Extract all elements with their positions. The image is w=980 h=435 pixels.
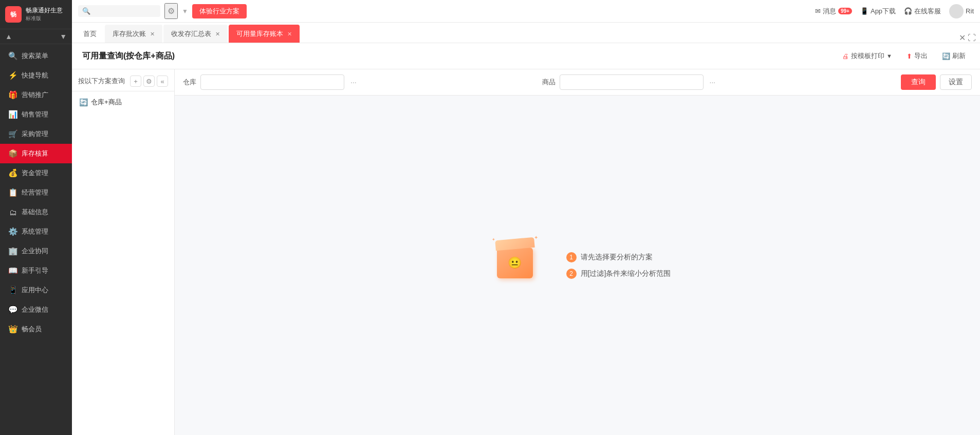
tab-available-inventory[interactable]: 可用量库存账本 ✕ [229,25,300,43]
sidebar-item-enterprise[interactable]: 🏢 企业协同 [0,241,72,261]
sidebar-item-sales[interactable]: 📊 销售管理 [0,105,72,124]
tab-home[interactable]: 首页 [76,25,104,43]
empty-hint-1-text: 请先选择要分析的方案 [581,253,653,262]
sidebar-item-finance[interactable]: 💰 资金管理 [0,163,72,183]
message-btn[interactable]: ✉ 消息 99+ [815,7,852,16]
app-download-label: App下载 [871,7,896,16]
scheme-item-icon: 🔄 [79,98,88,106]
page-header: 可用量查询(按仓库+商品) 🖨 按模板打印 ▼ ⬆ 导出 🔄 刷新 [72,43,980,69]
scheme-item-warehouse-product[interactable]: 🔄 仓库+商品 [72,93,174,111]
sidebar-item-purchase[interactable]: 🛒 采购管理 [0,124,72,144]
user-avatar-area[interactable]: Rit [949,4,974,18]
guide-icon: 📖 [8,266,17,275]
sidebar-scroll-up[interactable]: ▲ [4,31,13,42]
filter-settings-btn[interactable]: 设置 [940,74,972,90]
sparkle: ✦ [534,235,538,240]
scheme-item-label: 仓库+商品 [91,98,122,107]
page-header-actions: 🖨 按模板打印 ▼ ⬆ 导出 🔄 刷新 [838,49,970,63]
topbar-gear-button[interactable]: ⚙ [164,3,178,19]
filter-bar: 仓库 ··· 商品 ··· 查询 设置 [175,69,980,96]
sidebar-item-inventory[interactable]: 📦 库存核算 [0,144,72,163]
inventory-icon: 📦 [8,149,17,158]
refresh-icon: 🔄 [942,52,950,60]
warehouse-filter-input[interactable] [200,74,344,90]
sparkle2: ✦ [492,237,495,242]
left-panel: 按以下方案查询 + ⚙ « 🔄 仓库+商品 [72,69,175,435]
refresh-label: 刷新 [952,51,966,61]
left-panel-header: 按以下方案查询 + ⚙ « [72,75,174,91]
tab-batch-account-close[interactable]: ✕ [150,31,155,37]
export-btn[interactable]: ⬆ 导出 [902,49,932,63]
tab-batch-account[interactable]: 库存批次账 ✕ [105,25,162,43]
sidebar-item-label: 资金管理 [22,168,48,178]
add-scheme-btn[interactable]: + [130,75,141,87]
tab-available-inventory-label: 可用量库存账本 [236,29,283,39]
product-filter-input[interactable] [560,74,704,90]
search-icon: 🔍 [82,7,90,15]
tab-deposit-summary[interactable]: 收发存汇总表 ✕ [163,25,228,43]
warehouse-filter-dots[interactable]: ··· [348,78,359,86]
sidebar-item-marketing[interactable]: 🎁 营销推广 [0,85,72,105]
tab-available-inventory-close[interactable]: ✕ [287,31,292,37]
export-label: 导出 [914,51,928,61]
print-label: 按模板打印 [851,51,884,61]
print-icon: 🖨 [842,52,849,60]
topbar-search-area: 🔍 [78,5,160,17]
app-center-icon: 📱 [8,286,17,295]
sidebar-item-guide[interactable]: 📖 新手引导 [0,261,72,280]
left-panel-actions: + ⚙ « [130,75,168,87]
main-area: 🔍 ⚙ ▼ 体验行业方案 ✉ 消息 99+ 📱 App下载 🎧 在线客服 [72,0,980,435]
sidebar-item-vip[interactable]: 👑 畅会员 [0,319,72,339]
collapse-panel-btn[interactable]: « [157,75,168,87]
scheme-settings-btn[interactable]: ⚙ [143,75,155,87]
online-service-btn[interactable]: 🎧 在线客服 [904,7,941,16]
print-btn[interactable]: 🖨 按模板打印 ▼ [838,49,896,63]
content-area: 按以下方案查询 + ⚙ « 🔄 仓库+商品 仓库 ··· [72,69,980,435]
tab-deposit-summary-label: 收发存汇总表 [171,29,211,39]
warehouse-filter-label: 仓库 [183,78,196,87]
tab-batch-account-label: 库存批次账 [113,29,146,39]
tab-deposit-summary-close[interactable]: ✕ [215,31,220,37]
sidebar-nav: 🔍 搜索菜单 ⚡ 快捷导航 🎁 营销推广 📊 销售管理 🛒 采购管理 📦 库存核… [0,44,72,435]
query-btn[interactable]: 查询 [901,74,936,90]
empty-hint-2-text: 用[过滤]条件来缩小分析范围 [581,269,671,278]
operations-icon: 📋 [8,188,17,197]
sidebar-item-label: 畅会员 [22,325,42,334]
sidebar-item-label: 企业协同 [22,247,48,256]
product-filter-group: 商品 ··· [542,74,893,90]
tab-home-label: 首页 [83,29,97,39]
sidebar-item-label: 快捷导航 [22,71,48,80]
sidebar-item-label: 采购管理 [22,129,48,139]
system-icon: ⚙️ [8,227,17,236]
sidebar-scroll-down[interactable]: ▼ [59,31,68,42]
sidebar-item-system[interactable]: ⚙️ 系统管理 [0,222,72,241]
export-icon: ⬆ [907,52,912,60]
box-face: 😐 [508,256,522,270]
sidebar-item-search[interactable]: 🔍 搜索菜单 [0,46,72,66]
sidebar-item-label: 经营管理 [22,188,48,197]
trial-btn[interactable]: 体验行业方案 [192,4,247,18]
product-filter-label: 商品 [542,78,556,87]
search-input[interactable] [93,7,144,15]
sidebar-item-wechat[interactable]: 💬 企业微信 [0,300,72,319]
sidebar-item-label: 企业微信 [22,305,48,314]
purchase-icon: 🛒 [8,129,17,139]
gear-icon: ⚙ [168,7,175,15]
app-download-icon: 📱 [860,7,868,15]
sidebar-item-operations[interactable]: 📋 经营管理 [0,183,72,202]
sidebar-item-basic-info[interactable]: 🗂 基础信息 [0,202,72,222]
topbar-right: ✉ 消息 99+ 📱 App下载 🎧 在线客服 Rit [815,4,974,18]
empty-hint-1: 1 请先选择要分析的方案 [566,252,671,262]
search-icon: 🔍 [8,51,17,61]
tabbar-close-button[interactable]: ✕ [959,33,966,43]
sidebar-item-label: 基础信息 [22,207,48,217]
app-download-btn[interactable]: 📱 App下载 [860,7,896,16]
vip-icon: 👑 [8,325,17,334]
tabbar-expand-button[interactable]: ⛶ [968,33,976,43]
app-subtitle: 标准版 [26,15,63,22]
empty-hint-2: 2 用[过滤]条件来缩小分析范围 [566,269,671,279]
refresh-btn[interactable]: 🔄 刷新 [938,49,970,63]
product-filter-dots[interactable]: ··· [708,78,718,86]
sidebar-item-app-center[interactable]: 📱 应用中心 [0,280,72,300]
sidebar-item-quick-nav[interactable]: ⚡ 快捷导航 [0,66,72,85]
